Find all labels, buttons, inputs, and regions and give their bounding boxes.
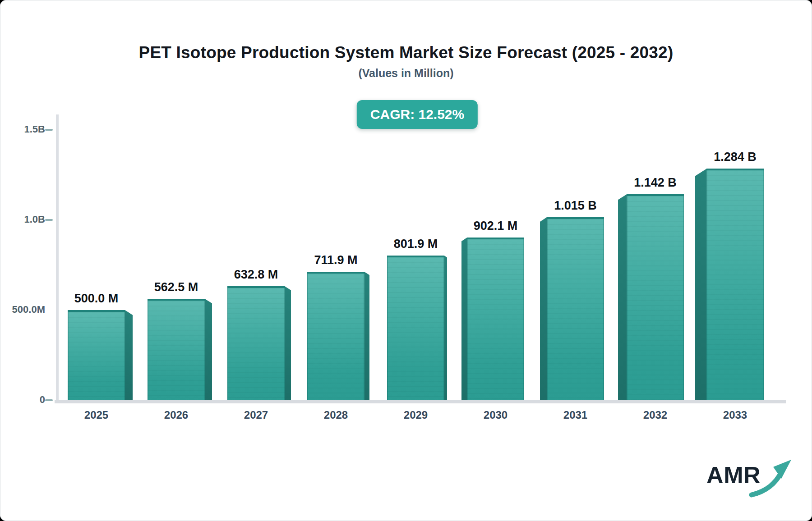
bar-side-face	[285, 286, 291, 400]
bar-value-label: 801.9 M	[394, 237, 438, 251]
bar-side-face	[618, 194, 627, 400]
bar-front-face	[387, 256, 444, 400]
bar-side-face	[125, 310, 133, 400]
x-axis-label-2028: 2028	[307, 409, 364, 421]
bar-2026: 562.5 M	[148, 299, 205, 400]
bar-side-face	[205, 299, 212, 400]
y-tick-label: 1.0B	[0, 214, 45, 225]
plot-area: 1.5B1.0B500.0M0 500.0 M2025562.5 M202663…	[0, 130, 812, 400]
bar-value-label: 632.8 M	[234, 268, 278, 282]
bar-2030: 902.1 M	[467, 238, 524, 400]
x-axis-label-2029: 2029	[387, 409, 444, 421]
bar-value-label: 562.5 M	[154, 280, 198, 294]
bar-2025: 500.0 M	[68, 310, 125, 400]
x-axis-label-2032: 2032	[627, 409, 684, 421]
x-axis-label-2025: 2025	[68, 409, 125, 421]
bar-side-face	[444, 256, 447, 400]
bar-front-face	[467, 238, 524, 400]
bar-side-face	[540, 217, 547, 400]
bar-value-label: 500.0 M	[74, 292, 119, 306]
bar-value-label: 902.1 M	[474, 219, 518, 233]
x-axis-label-2030: 2030	[467, 409, 524, 421]
chart-subtitle: (Values in Million)	[0, 67, 812, 80]
bar-front-face	[227, 286, 285, 400]
y-tick-dash	[45, 219, 53, 221]
bar-value-label: 1.015 B	[554, 199, 597, 213]
growth-arrow-icon	[749, 459, 794, 499]
x-axis-label-2026: 2026	[148, 409, 205, 421]
bar-2027: 632.8 M	[227, 286, 285, 400]
x-axis-baseline	[55, 400, 786, 403]
y-tick-label: 500.0M	[0, 304, 45, 315]
x-axis-label-2033: 2033	[706, 409, 764, 421]
chart-canvas: PET Isotope Production System Market Siz…	[0, 0, 812, 521]
bar-side-face	[364, 272, 369, 400]
bar-2033: 1.284 B	[706, 169, 764, 400]
y-tick-label: 1.5B	[0, 123, 45, 135]
bar-value-label: 1.142 B	[634, 176, 677, 190]
bar-side-face	[695, 169, 706, 400]
y-tick-dash	[45, 129, 53, 131]
bar-front-face	[547, 217, 604, 400]
bar-front-face	[68, 310, 125, 400]
bar-2028: 711.9 M	[307, 272, 364, 400]
y-axis-line	[56, 114, 59, 403]
bar-2029: 801.9 M	[387, 256, 444, 400]
x-axis-label-2027: 2027	[227, 409, 285, 421]
cagr-badge: CAGR: 12.52%	[357, 100, 478, 129]
amr-logo: AMR	[706, 463, 794, 499]
bar-2032: 1.142 B	[627, 194, 684, 400]
bar-side-face	[461, 238, 467, 400]
bar-front-face	[627, 194, 684, 400]
bar-value-label: 1.284 B	[714, 150, 757, 164]
bar-2031: 1.015 B	[547, 217, 604, 400]
bar-value-label: 711.9 M	[314, 253, 357, 267]
bar-front-face	[307, 272, 364, 400]
bar-front-face	[706, 169, 764, 400]
bar-front-face	[148, 299, 205, 400]
y-tick-dash	[45, 399, 53, 401]
y-tick-label: 0	[0, 394, 45, 406]
chart-title: PET Isotope Production System Market Siz…	[0, 43, 812, 62]
x-axis-label-2031: 2031	[547, 409, 604, 421]
